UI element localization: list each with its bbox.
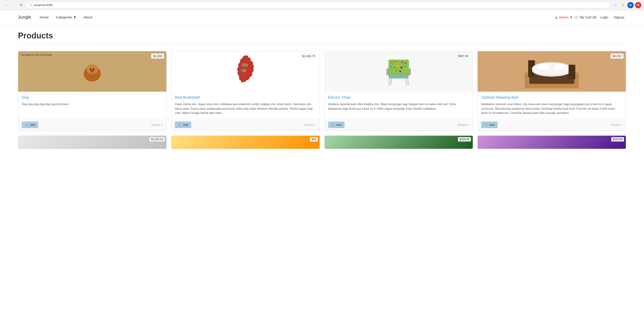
brand-logo[interactable]: Jungle	[18, 15, 31, 20]
price-badge-chair: $987.65	[456, 54, 470, 59]
dog-svg	[79, 57, 106, 86]
svg-point-33	[397, 65, 399, 67]
bookmark-icon[interactable]: ☆	[612, 2, 618, 8]
cart-link[interactable]: 🛒 My Cart (0)	[575, 15, 597, 19]
product-image-bookshelf: $2,483.75	[171, 51, 320, 92]
price-badge-bed: $3,052	[610, 54, 624, 59]
partial-card-2: $26	[171, 135, 320, 149]
product-description-bed: Meditation heirloom viral bitters. Diy s…	[481, 102, 622, 115]
browser-nav-buttons: ← → ↻	[3, 2, 24, 8]
svg-point-26	[391, 62, 393, 64]
product-image-bed: $3,052	[478, 51, 626, 92]
nav-categories[interactable]: Categories ▼	[53, 14, 80, 21]
product-image-dog: I brought my dog to Australia $1,000	[18, 51, 166, 92]
cart-icon-bookshelf: 🛒	[178, 123, 182, 127]
svg-point-48	[553, 64, 566, 70]
details-link-dog[interactable]: Details »	[152, 123, 163, 127]
user-red-icon[interactable]: ✖	[635, 2, 641, 8]
chevron-down-icon: ▼	[73, 15, 76, 19]
svg-rect-11	[243, 63, 244, 67]
reload-button[interactable]: ↻	[18, 2, 24, 8]
address-bar[interactable]: ⓘ localhost:3000	[26, 2, 610, 8]
add-button-bookshelf[interactable]: 🛒 Add	[175, 122, 191, 128]
partial-price-2: $26	[310, 137, 318, 142]
admin-chevron-icon: ▼	[570, 15, 573, 19]
svg-point-34	[400, 66, 402, 69]
page-title: Products	[18, 31, 626, 41]
product-image-chair: $987.65	[324, 51, 473, 92]
svg-point-7	[90, 70, 94, 73]
product-name-bed[interactable]: Optimal Sleeping Bed	[481, 95, 622, 100]
svg-line-21	[406, 78, 407, 85]
partial-price-1: $2,026.29	[150, 137, 164, 142]
back-button[interactable]: ←	[3, 2, 9, 8]
svg-point-39	[403, 69, 405, 71]
product-name-dog[interactable]: Dog	[22, 95, 163, 100]
product-name-chair[interactable]: Electric Chair	[328, 95, 469, 100]
svg-rect-14	[241, 69, 242, 72]
partial-price-4: $224.50	[611, 137, 624, 142]
navbar-right: 🔒 Admin ▼ 🛒 My Cart (0) Login Signup	[555, 14, 626, 20]
navbar: Jungle Home Categories ▼ About 🔒 Admin ▼…	[0, 10, 644, 24]
login-button[interactable]: Login	[598, 14, 610, 20]
product-grid: I brought my dog to Australia $1,000	[18, 51, 626, 131]
product-card-dog: I brought my dog to Australia $1,000	[18, 51, 166, 131]
svg-point-30	[404, 62, 406, 64]
svg-point-36	[392, 70, 394, 72]
details-link-chair[interactable]: Details »	[458, 123, 469, 127]
signup-button[interactable]: Signup	[612, 14, 626, 20]
svg-rect-10	[242, 64, 243, 67]
svg-point-32	[393, 67, 395, 69]
product-card-chair: $987.65 Electric Chair Distillery narwha…	[324, 51, 473, 131]
product-grid-bottom: $2,026.29 $26 $164.49 $224.50	[18, 135, 626, 149]
dog-image-text: I brought my dog to Australia	[20, 54, 52, 56]
product-name-bookshelf[interactable]: Red Bookshelf	[175, 95, 316, 100]
svg-point-5	[90, 69, 92, 70]
add-button-bed[interactable]: 🛒 Add	[481, 122, 498, 128]
partial-price-3: $164.49	[458, 137, 471, 142]
price-badge-bookshelf: $2,483.75	[300, 54, 318, 59]
product-footer-bookshelf: 🛒 Add Details »	[171, 119, 320, 131]
svg-line-20	[390, 78, 392, 85]
forward-button[interactable]: →	[10, 2, 16, 8]
partial-card-4: $224.50	[478, 135, 626, 149]
product-description-bookshelf: Paleo cliche vhs. Vegan etsy lomo chillw…	[175, 102, 316, 115]
admin-dropdown[interactable]: 🔒 Admin ▼	[555, 15, 572, 19]
product-card-bookshelf: $2,483.75 Red Bookshelf Paleo cliche vhs…	[171, 51, 320, 131]
extensions-icon[interactable]: ⚡	[620, 2, 626, 8]
product-footer-chair: 🛒 Add Details »	[324, 119, 473, 131]
product-body-chair: Electric Chair Distillery narwhal park o…	[324, 92, 473, 119]
add-button-chair[interactable]: 🛒 Add	[328, 122, 344, 128]
user-d-icon[interactable]: D	[628, 2, 634, 8]
main-content: Products I brought my dog to Australia	[0, 24, 644, 156]
product-description-dog: Dog dog dog dog dog dog bork bork	[22, 102, 163, 107]
nav-about[interactable]: About	[80, 14, 96, 21]
svg-point-28	[397, 63, 400, 65]
svg-point-47	[537, 64, 550, 70]
url-text: localhost:3000	[34, 3, 53, 7]
product-body-dog: Dog Dog dog dog dog dog dog bork bork	[18, 92, 166, 119]
details-link-bed[interactable]: Details »	[611, 123, 622, 127]
svg-rect-16	[244, 69, 245, 72]
navbar-links: Home Categories ▼ About	[36, 14, 96, 21]
svg-point-35	[404, 66, 406, 67]
browser-toolbar-icons: ☆ ⚡ D ✖	[612, 2, 641, 8]
add-button-dog[interactable]: 🛒 Add	[22, 122, 38, 128]
address-lock-icon: ⓘ	[30, 3, 32, 7]
svg-rect-13	[246, 64, 247, 67]
product-footer-bed: 🛒 Add Details »	[478, 119, 626, 131]
partial-card-3: $164.49	[324, 135, 473, 149]
svg-point-6	[93, 69, 94, 70]
product-body-bed: Optimal Sleeping Bed Meditation heirloom…	[478, 92, 626, 119]
details-link-bookshelf[interactable]: Details »	[304, 123, 316, 127]
svg-rect-15	[242, 69, 244, 72]
svg-rect-49	[568, 65, 575, 79]
svg-point-37	[396, 70, 397, 71]
svg-rect-22	[389, 74, 408, 78]
nav-home[interactable]: Home	[36, 14, 52, 21]
cart-icon-bed: 🛒	[484, 123, 488, 127]
cart-icon: 🛒	[575, 15, 579, 19]
svg-point-27	[394, 61, 396, 63]
svg-point-29	[401, 62, 403, 63]
svg-rect-12	[244, 63, 246, 67]
